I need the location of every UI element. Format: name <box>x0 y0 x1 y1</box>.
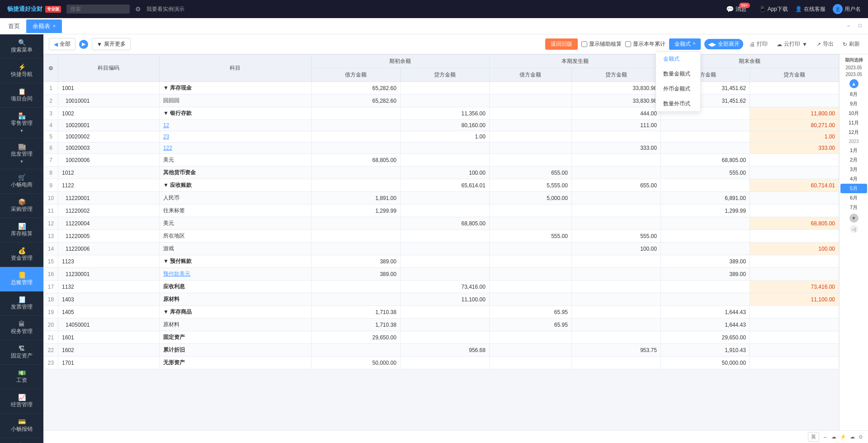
sidebar-item-inventory[interactable]: 📊 库存核算 <box>0 218 43 243</box>
sidebar-item-basic[interactable]: 🔧 基础信息 <box>0 438 43 443</box>
table-row: 4 10020001 12 80,160.00 111.00 80,271.00 <box>44 120 839 131</box>
sidebar-item-sales[interactable]: 💳 小畅报销 <box>0 414 43 438</box>
settings-icon[interactable]: ⚙ <box>135 5 141 13</box>
month-4[interactable]: 4月 <box>840 174 867 184</box>
top-search-input[interactable] <box>66 5 130 14</box>
row-number: 14 <box>44 243 58 255</box>
opening-credit <box>400 306 489 319</box>
period-credit <box>571 281 660 293</box>
row-name[interactable]: 23 <box>159 131 311 143</box>
online-service-button[interactable]: 👤 在线客服 <box>795 5 826 13</box>
period-debit <box>489 331 571 344</box>
period-nav-down[interactable]: ▼ <box>849 214 859 223</box>
month-6[interactable]: 6月 <box>840 193 867 203</box>
status-arrow[interactable]: ↔ <box>823 434 828 440</box>
month-2[interactable]: 2月 <box>840 155 867 165</box>
period-debit <box>489 243 571 255</box>
sidebar-item-project[interactable]: 📋 项目合同 <box>0 83 43 108</box>
month-12[interactable]: 12月 <box>840 128 867 137</box>
sidebar-item-ecommerce[interactable]: 🛒 小畅电商 <box>0 169 43 194</box>
table-row: 17 1132 应收利息 73,416.00 73,416.00 <box>44 281 839 293</box>
row-name: 回回回 <box>159 95 311 107</box>
mode-option-foreign-amount[interactable]: 外币金额式 <box>656 81 700 96</box>
period-collapse-btn[interactable]: ◁ <box>850 225 858 233</box>
expand-button[interactable]: ▼ 展开更多 <box>92 38 131 50</box>
row-name: 其他货币资金 <box>159 167 311 179</box>
month-10[interactable]: 10月 <box>840 109 867 118</box>
status-target[interactable]: ⊙ <box>859 434 863 440</box>
sidebar-item-ledger[interactable]: 📒 总账管理 <box>0 267 43 291</box>
all-button[interactable]: ◀ 全部 <box>49 38 75 50</box>
col-settings-header[interactable]: ⚙ <box>44 55 58 82</box>
app-download-button[interactable]: 📱 App下载 <box>759 5 788 13</box>
mode-button[interactable]: 金额式 ^ <box>669 38 701 50</box>
status-cloud1[interactable]: ☁ <box>831 434 836 440</box>
user-avatar[interactable]: 👤 用户名 <box>833 4 861 14</box>
tab-home[interactable]: 首页 <box>4 19 24 33</box>
row-name: ▼ 应收账款 <box>159 179 311 192</box>
sidebar-item-quicknav[interactable]: ⚡ 快捷导航 <box>0 59 43 83</box>
cloud-print-button[interactable]: ☁ 云打印 ▼ <box>774 38 810 50</box>
opening-debit: 65,282.60 <box>311 95 400 107</box>
aux-label: 显示辅助核算 <box>589 40 622 48</box>
period-credit <box>571 293 660 306</box>
month-5[interactable]: 5月 <box>840 184 867 193</box>
month-8[interactable]: 8月 <box>840 90 867 99</box>
period-credit: 655.00 <box>571 179 660 192</box>
sidebar-item-retail[interactable]: 🏪 零售管理 ▼ <box>0 108 43 138</box>
mode-option-amount[interactable]: 金额式 <box>656 52 700 67</box>
month-3[interactable]: 3月 <box>840 165 867 174</box>
print-label: 打印 <box>757 40 768 48</box>
nav-right-button[interactable]: ▶ <box>79 40 88 49</box>
tab-balance[interactable]: 余额表 × <box>26 19 62 33</box>
mode-option-qty-foreign[interactable]: 数量外币式 <box>656 96 700 111</box>
closing-credit <box>750 192 839 205</box>
row-name[interactable]: 12 <box>159 120 311 131</box>
closing-credit: 1.00 <box>750 131 839 143</box>
tab-close-button[interactable]: × <box>53 24 56 29</box>
sidebar-item-search[interactable]: 🔍 搜索菜单 <box>0 34 43 59</box>
print-button[interactable]: 🖨 打印 <box>747 38 770 50</box>
status-cloud2[interactable]: ☁ <box>850 434 855 440</box>
tab-window-max[interactable]: □ <box>856 21 864 31</box>
sidebar-item-ops[interactable]: 📈 经营管理 <box>0 389 43 414</box>
month-1[interactable]: 1月 <box>840 146 867 155</box>
mode-option-qty-amount[interactable]: 数量金额式 <box>656 67 700 81</box>
sidebar-item-invoice[interactable]: 🧾 发票管理 <box>0 291 43 316</box>
capital-icon: 💰 <box>3 247 41 254</box>
sidebar-item-wholesale[interactable]: 🏬 批发管理 ▼ <box>0 138 43 169</box>
opening-credit: 100.00 <box>400 167 489 179</box>
row-name[interactable]: 122 <box>159 143 311 154</box>
sidebar-item-assets[interactable]: 🏗 固定资产 <box>0 340 43 365</box>
month-7[interactable]: 7月 <box>840 203 867 212</box>
export-button[interactable]: ↗ 导出 <box>814 38 836 50</box>
row-name[interactable]: 预付款美元 <box>159 268 311 281</box>
tab-window-min[interactable]: － <box>843 21 854 31</box>
row-code: 11220005 <box>58 230 160 243</box>
status-lightning[interactable]: ⚡ <box>840 434 846 440</box>
mode-arrow-icon: ^ <box>693 41 695 48</box>
month-9[interactable]: 9月 <box>840 99 867 109</box>
period-panel: 期间选择 2023.05 2023.05 ▲ 8月 9月 10月 11月 12月… <box>839 54 868 430</box>
closing-credit: 73,416.00 <box>750 281 839 293</box>
refresh-button[interactable]: ↻ 刷新 <box>840 38 863 50</box>
return-old-button[interactable]: 退回旧版 <box>545 38 578 50</box>
demo-link[interactable]: 我要看实例演示 <box>146 5 184 13</box>
year-checkbox[interactable] <box>625 41 631 47</box>
period-nav-up[interactable]: ▲ <box>849 79 859 88</box>
row-number: 4 <box>44 120 58 131</box>
sidebar-item-capital[interactable]: 💰 资金管理 <box>0 243 43 267</box>
month-11[interactable]: 11月 <box>840 118 867 128</box>
message-button[interactable]: 💬 消息 99+ <box>726 5 746 13</box>
lang-button[interactable]: 英 <box>808 432 819 442</box>
top-bar-right: 💬 消息 99+ 📱 App下载 👤 在线客服 👤 用户名 <box>726 4 861 14</box>
expand-all-button[interactable]: ◀▶ 全部展开 <box>704 39 743 49</box>
opening-credit: 1.00 <box>400 131 489 143</box>
sidebar-item-payroll[interactable]: 💵 工资 <box>0 365 43 389</box>
col-closing-credit-header: 贷方金额 <box>750 68 839 82</box>
aux-checkbox[interactable] <box>581 41 587 47</box>
sidebar-item-tax[interactable]: 🏛 税务管理 <box>0 316 43 340</box>
opening-debit <box>311 243 400 255</box>
opening-credit <box>400 230 489 243</box>
sidebar-item-purchase[interactable]: 📦 采购管理 <box>0 194 43 218</box>
